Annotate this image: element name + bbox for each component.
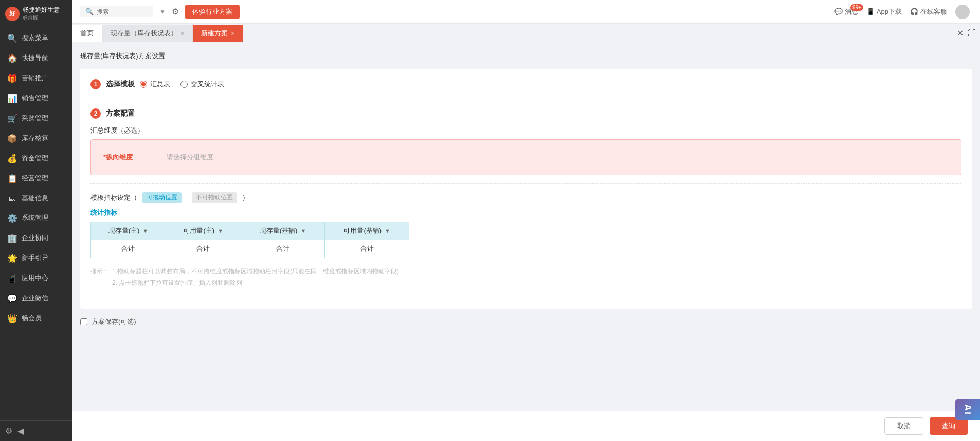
sidebar-item-label-system: 系统管理 [22, 213, 48, 223]
msg-badge: 99+ [850, 4, 863, 11]
topbar-service[interactable]: 🎧 在线客服 [910, 7, 947, 16]
sidebar-item-label-company: 企业协同 [22, 233, 48, 243]
topbar-right: 💬 消息 99+ 📱 App下载 🎧 在线客服 [834, 5, 972, 19]
tabbar-close-button[interactable]: ✕ [957, 28, 964, 38]
sidebar-item-marketing[interactable]: 🎁 营销推广 [0, 68, 72, 88]
basic-info-icon: 🗂 [7, 194, 17, 203]
save-checkbox[interactable] [80, 318, 87, 325]
step2-section: 2 方案配置 汇总维度（必选） *纵向维度 —— 请选择分组维度 模板指标设定（ [90, 108, 961, 288]
user-avatar [955, 5, 970, 19]
indicator-settings-label: 模板指标设定（ 可拖动位置 不可拖动位置 ） [90, 192, 961, 203]
radio-summary-input[interactable] [140, 81, 147, 88]
step2-title: 方案配置 [106, 109, 135, 118]
col-label-1: 可用量(主) [183, 226, 214, 235]
dimension-box[interactable]: *纵向维度 —— 请选择分组维度 [90, 139, 961, 175]
cancel-button[interactable]: 取消 [884, 417, 923, 435]
col-header-3[interactable]: 可用量(基辅) ▼ [325, 222, 409, 240]
col-chevron-1[interactable]: ▼ [217, 228, 223, 234]
sidebar-item-enterprise-wechat[interactable]: 💬 企业微信 [0, 288, 72, 308]
step1-badge: 1 [90, 79, 101, 89]
tabbar-actions: ✕ ⛶ [957, 28, 980, 38]
tab-new-scheme[interactable]: 新建方案 × [193, 25, 243, 42]
radio-cross-input[interactable] [180, 81, 188, 88]
tab-new-scheme-close[interactable]: × [231, 30, 234, 37]
topbar-search-icon: 🔍 [85, 8, 94, 15]
sidebar-item-sales[interactable]: 📊 销售管理 [0, 88, 72, 108]
sidebar-item-label-marketing: 营销推广 [22, 74, 48, 83]
tab-new-scheme-label: 新建方案 [201, 29, 228, 38]
trial-btn[interactable]: 体验行业方案 [185, 5, 240, 19]
msg-icon: 💬 [834, 8, 843, 15]
sidebar-item-operations[interactable]: 📋 经营管理 [0, 169, 72, 189]
sidebar-item-search-menu[interactable]: 🔍 搜索菜单 [0, 28, 72, 48]
sidebar-item-inventory[interactable]: 📦 库存核算 [0, 128, 72, 149]
app-download-icon: 📱 [866, 8, 875, 15]
sidebar-item-system[interactable]: ⚙️ 系统管理 [0, 208, 72, 228]
radio-summary[interactable]: 汇总表 [140, 80, 170, 89]
col-header-1[interactable]: 可用量(主) ▼ [166, 222, 241, 240]
collapse-icon[interactable]: ◀ [17, 426, 24, 436]
sidebar-item-app-center[interactable]: 📱 应用中心 [0, 268, 72, 288]
radio-cross[interactable]: 交叉统计表 [180, 80, 224, 89]
ai-float-button[interactable]: Ai [955, 399, 980, 420]
section-separator-1 [90, 100, 961, 100]
sidebar-item-company[interactable]: 🏢 企业协同 [0, 228, 72, 248]
sidebar-item-member[interactable]: 👑 畅会员 [0, 308, 72, 328]
sidebar-item-purchase[interactable]: 🛒 采购管理 [0, 108, 72, 128]
tips-section: 提示： 1.拖动标题栏可以调整布局，不可跨维度或指标区域拖动栏目字段(只能在同一… [90, 266, 961, 288]
step1-title: 选择模板 [106, 80, 135, 89]
enterprise-wechat-icon: 💬 [7, 293, 17, 303]
sidebar-item-label-inventory: 库存核算 [22, 134, 48, 143]
topbar-chevron-icon[interactable]: ▼ [159, 8, 166, 15]
undraggable-badge: 不可拖动位置 [192, 192, 237, 203]
member-icon: 👑 [7, 314, 17, 323]
tips-label: 提示： [90, 266, 109, 278]
sidebar-item-finance[interactable]: 💰 资金管理 [0, 149, 72, 169]
topbar-user[interactable] [955, 5, 972, 19]
tip-text-0: 1.拖动标题栏可以调整布局，不可跨维度或指标区域拖动栏目字段(只能在同一维度或指… [112, 266, 399, 278]
sidebar-item-label-search-menu: 搜索菜单 [22, 33, 48, 43]
sidebar-item-label-sales: 销售管理 [22, 94, 48, 103]
col-chevron-3[interactable]: ▼ [385, 228, 390, 234]
col-label-0: 现存量(主) [108, 226, 140, 235]
tab-inventory-label: 现存量（库存状况表） [111, 29, 177, 38]
sidebar-item-label-member: 畅会员 [22, 314, 42, 323]
sidebar-item-label-basic-info: 基础信息 [22, 194, 48, 203]
tabbar-expand-button[interactable]: ⛶ [968, 29, 976, 38]
save-label: 方案保存(可选) [92, 317, 136, 326]
draggable-badge: 可拖动位置 [142, 192, 182, 203]
dimension-row-label: *纵向维度 [103, 153, 133, 162]
dimension-placeholder: 请选择分组维度 [167, 153, 213, 162]
topbar-search-box[interactable]: 🔍 [80, 6, 153, 17]
tab-inventory-status[interactable]: 现存量（库存状况表） × [102, 25, 193, 42]
tab-inventory-close[interactable]: × [180, 30, 184, 37]
page-title: 现存量(库存状况表)方案设置 [80, 51, 972, 61]
app-name: 畅捷通好生意 [23, 6, 60, 14]
col-label-2: 现存量(基辅) [260, 226, 298, 235]
topbar-search-input[interactable] [97, 8, 148, 15]
quick-nav-icon: 🏠 [7, 53, 17, 63]
company-icon: 🏢 [7, 233, 17, 243]
operations-icon: 📋 [7, 174, 17, 183]
stats-section: 统计指标 现存量(主) ▼ [90, 208, 961, 258]
col-chevron-0[interactable]: ▼ [142, 228, 148, 234]
col-header-2[interactable]: 现存量(基辅) ▼ [241, 222, 325, 240]
search-menu-icon: 🔍 [7, 33, 17, 43]
sidebar-item-basic-info[interactable]: 🗂 基础信息 [0, 189, 72, 208]
sidebar-item-quick-nav[interactable]: 🏠 快捷导航 [0, 48, 72, 68]
col-header-0[interactable]: 现存量(主) ▼ [91, 222, 166, 240]
tab-home[interactable]: 首页 [72, 25, 102, 42]
topbar-gear-icon[interactable]: ⚙ [172, 7, 179, 16]
topbar-msg[interactable]: 💬 消息 99+ [834, 7, 858, 16]
col-label-3: 可用量(基辅) [343, 226, 382, 235]
sidebar-logo: 好 畅捷通好生意 标准版 [0, 0, 72, 28]
tip-text-1: 2. 点击标题栏下拉可设置排序、插入列和删除列 [112, 278, 242, 289]
step2-badge: 2 [90, 108, 101, 119]
sidebar-item-label-purchase: 采购管理 [22, 114, 48, 123]
settings-icon[interactable]: ⚙ [5, 426, 12, 436]
col-chevron-2[interactable]: ▼ [300, 228, 306, 234]
sidebar-item-new-guide[interactable]: 🌟 新手引导 [0, 248, 72, 268]
stats-table: 现存量(主) ▼ 可用量(主) ▼ [90, 222, 409, 258]
sidebar-item-label-finance: 资金管理 [22, 154, 48, 163]
topbar-app-download[interactable]: 📱 App下载 [866, 7, 902, 16]
